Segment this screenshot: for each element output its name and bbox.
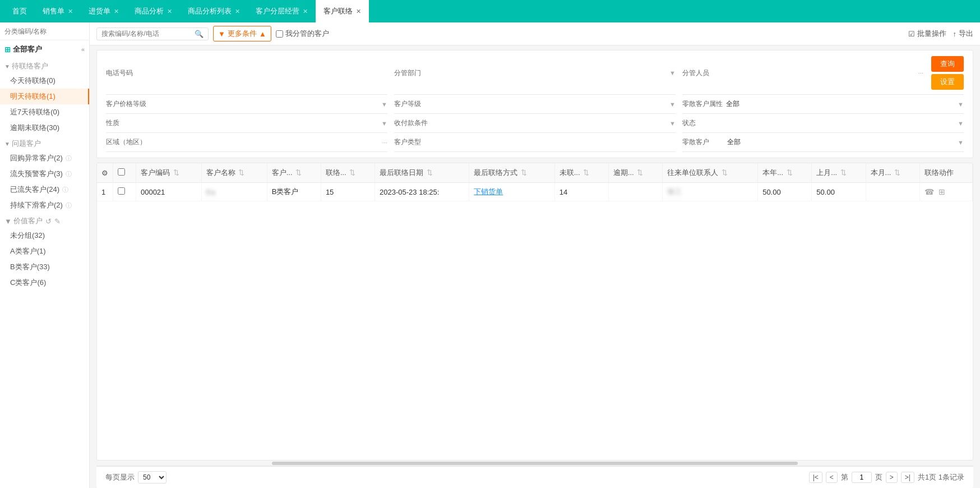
scrollbar-thumb[interactable] (272, 462, 798, 465)
row-overdue (608, 183, 662, 201)
more-manager-icon[interactable]: ··· (918, 70, 923, 76)
export-button[interactable]: ↑ 导出 (953, 29, 974, 39)
table-col-last-month[interactable]: 上月... ⇅ (812, 163, 866, 183)
filter-nature-input[interactable] (149, 119, 378, 127)
sidebar-item-declining[interactable]: 持续下滑客户(2) ⓘ (0, 197, 89, 213)
customer-table-area: ⚙ 客户编码 ⇅ 客户名称 ⇅ 客户... ⇅ (96, 163, 973, 461)
chevron-down-scatter-attr-icon[interactable]: ▼ (958, 101, 964, 108)
table-row: 1 000021 Ea B类客户 15 2023-05-23 18:25: 下销… (97, 183, 973, 201)
nav-tab-sales[interactable]: 销售单 ✕ (35, 0, 81, 22)
row-this-month (866, 183, 919, 201)
nav-tab-customer-tier[interactable]: 客户分层经营 ✕ (248, 0, 316, 22)
chevron-down-dept-icon[interactable]: ▼ (669, 70, 676, 76)
close-tab-sales-icon[interactable]: ✕ (68, 8, 73, 15)
action-contact-icon[interactable]: ☎ (924, 187, 934, 196)
sidebar-group-value[interactable]: ▼ 价值客户 ↺ ✎ (0, 213, 89, 228)
table-col-this-year[interactable]: 本年... ⇅ (758, 163, 812, 183)
table-col-contact[interactable]: 联络... ⇅ (321, 163, 375, 183)
table-col-contact-person[interactable]: 往来单位联系人 ⇅ (663, 163, 758, 183)
filter-customer-type-label: 客户类型 (394, 137, 433, 147)
expand-arrow-icon: ▼ (4, 63, 10, 70)
row-code: 000021 (136, 183, 201, 201)
chevron-down-level-icon[interactable]: ▼ (669, 101, 676, 108)
refresh-icon[interactable]: ↺ (45, 217, 52, 225)
table-col-last-method[interactable]: 最后联络方式 ⇅ (469, 163, 554, 183)
settings-button[interactable]: 设置 (931, 74, 964, 90)
edit-icon[interactable]: ✎ (54, 217, 61, 225)
row-checkbox-cell[interactable] (113, 183, 136, 201)
info-churn-warning-icon: ⓘ (66, 170, 72, 178)
first-page-button[interactable]: |< (809, 472, 822, 483)
sidebar-item-week[interactable]: 近7天待联络(0) (0, 104, 89, 120)
action-more-icon[interactable]: ⊞ (939, 187, 945, 196)
my-customer-checkbox-area[interactable]: 我分管的客户 (276, 29, 329, 39)
search-icon[interactable]: 🔍 (195, 30, 204, 38)
chevron-down-nature-icon[interactable]: ▼ (381, 120, 387, 127)
close-tab-customer-contact-icon[interactable]: ✕ (356, 8, 361, 15)
more-filter-button[interactable]: ▼ 更多条件 ▲ (213, 26, 271, 42)
more-region-icon[interactable]: ··· (382, 139, 387, 146)
chevron-down-status-icon[interactable]: ▼ (958, 120, 964, 127)
row-last-contact-method[interactable]: 下销货单 (469, 183, 554, 201)
total-records: 共1页 1条记录 (918, 472, 964, 482)
next-page-button[interactable]: > (886, 472, 898, 483)
close-tab-purchase-icon[interactable]: ✕ (114, 8, 119, 15)
nav-tab-customer-contact[interactable]: 客户联络 ✕ (316, 0, 369, 22)
sidebar-search-input[interactable] (4, 27, 89, 35)
table-checkbox-th[interactable] (113, 163, 136, 183)
filter-payment-input[interactable] (437, 119, 666, 127)
close-tab-analysis-list-icon[interactable]: ✕ (235, 8, 240, 15)
sidebar-item-abnormal[interactable]: 回购异常客户(2) ⓘ (0, 150, 89, 166)
page-size-select[interactable]: 50 100 200 (138, 471, 167, 484)
sidebar-item-class-a[interactable]: A类客户(1) (0, 243, 89, 259)
filter-status-input[interactable] (725, 119, 954, 127)
sidebar-all-customers[interactable]: ⊞ 全部客户 « (0, 40, 89, 58)
sidebar-item-class-c[interactable]: C类客户(6) (0, 275, 89, 291)
filter-region-input[interactable] (150, 139, 379, 146)
sidebar-item-overdue[interactable]: 逾期未联络(30) (0, 120, 89, 136)
close-tab-analysis-icon[interactable]: ✕ (167, 8, 172, 15)
table-col-last-date[interactable]: 最后联络日期 ⇅ (375, 163, 469, 183)
select-all-checkbox[interactable] (118, 168, 125, 176)
page-number-input[interactable] (852, 472, 872, 483)
sidebar-group-pending[interactable]: ▼ 待联络客户 (0, 58, 89, 73)
sort-this-year-icon: ⇅ (787, 168, 793, 177)
my-customer-checkbox[interactable] (276, 30, 283, 38)
chevron-down-scatter-icon[interactable]: ▼ (958, 139, 964, 146)
row-checkbox[interactable] (118, 187, 125, 195)
nav-tab-analysis[interactable]: 商品分析 ✕ (127, 0, 180, 22)
sidebar-item-churned[interactable]: 已流失客户(24) ⓘ (0, 182, 89, 197)
filter-customer-level-input[interactable] (437, 100, 666, 108)
chevron-down-payment-icon[interactable]: ▼ (669, 120, 676, 127)
filter-phone-input[interactable] (149, 69, 387, 77)
prev-page-button[interactable]: < (826, 472, 838, 483)
nav-tab-purchase[interactable]: 进货单 ✕ (81, 0, 127, 22)
sidebar-item-today[interactable]: 今天待联络(0) (0, 73, 89, 89)
sidebar-item-class-b[interactable]: B类客户(33) (0, 259, 89, 275)
nav-tab-analysis-list[interactable]: 商品分析列表 ✕ (180, 0, 248, 22)
chevron-down-price-icon[interactable]: ▼ (381, 101, 387, 108)
filter-price-level-input[interactable] (150, 100, 378, 108)
table-col-uncontacted[interactable]: 未联... ⇅ (554, 163, 608, 183)
table-col-customer-type[interactable]: 客户... ⇅ (267, 163, 321, 183)
table-col-overdue[interactable]: 逾期... ⇅ (608, 163, 662, 183)
query-button[interactable]: 查询 (931, 56, 964, 72)
filter-dept-input[interactable] (437, 69, 666, 77)
horizontal-scrollbar[interactable] (96, 461, 973, 466)
batch-op-button[interactable]: ☑ 批量操作 (908, 29, 946, 39)
nav-home[interactable]: 首页 (4, 0, 35, 22)
close-tab-customer-tier-icon[interactable]: ✕ (303, 8, 308, 15)
last-page-button[interactable]: >| (901, 472, 914, 483)
sidebar-item-churn-warning[interactable]: 流失预警客户(3) ⓘ (0, 166, 89, 182)
table-col-this-month[interactable]: 本月... ⇅ (866, 163, 919, 183)
filter-customer-type-input[interactable] (437, 139, 676, 146)
sidebar-item-tomorrow[interactable]: 明天待联络(1) (0, 89, 89, 104)
top-navigation: 首页 销售单 ✕ 进货单 ✕ 商品分析 ✕ 商品分析列表 ✕ 客户分层经营 ✕ … (0, 0, 980, 22)
sidebar-item-ungrouped[interactable]: 未分组(32) (0, 228, 89, 243)
table-col-code[interactable]: 客户编码 ⇅ (136, 163, 201, 183)
filter-manager-input[interactable] (725, 69, 915, 77)
sidebar-group-problem[interactable]: ▼ 问题客户 (0, 136, 89, 150)
search-input[interactable] (101, 30, 195, 38)
table-col-name[interactable]: 客户名称 ⇅ (201, 163, 267, 183)
table-settings-th[interactable]: ⚙ (97, 163, 113, 183)
